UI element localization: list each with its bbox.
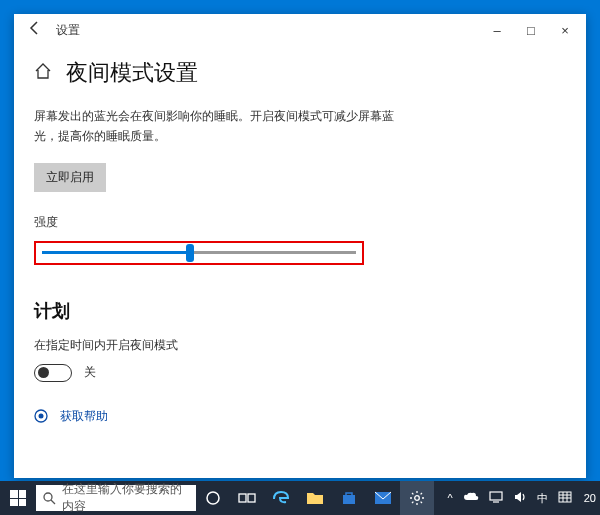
svg-rect-5	[239, 494, 246, 502]
home-icon[interactable]	[34, 62, 52, 84]
toggle-knob	[38, 367, 49, 378]
svg-rect-10	[490, 492, 502, 500]
task-view-icon[interactable]	[230, 481, 264, 515]
intensity-slider[interactable]	[42, 247, 356, 259]
clock[interactable]: 20	[580, 492, 600, 504]
intensity-label: 强度	[34, 214, 566, 231]
taskbar-search[interactable]: 在这里输入你要搜索的内容	[36, 485, 196, 511]
settings-window: 设置 – □ × 夜间模式设置 屏幕发出的蓝光会在夜间影响你的睡眠。开启夜间模式…	[14, 14, 586, 478]
schedule-toggle[interactable]	[34, 364, 72, 382]
file-explorer-icon[interactable]	[298, 481, 332, 515]
svg-rect-6	[248, 494, 255, 502]
get-help-link[interactable]: 获取帮助	[60, 408, 108, 425]
toggle-state-label: 关	[84, 364, 96, 381]
schedule-heading: 计划	[34, 299, 566, 323]
content-area: 夜间模式设置 屏幕发出的蓝光会在夜间影响你的睡眠。开启夜间模式可减少屏幕蓝光，提…	[14, 46, 586, 445]
svg-rect-7	[343, 495, 355, 504]
help-icon	[34, 409, 48, 423]
titlebar: 设置 – □ ×	[14, 14, 586, 46]
slider-thumb[interactable]	[186, 244, 194, 262]
network-icon[interactable]	[489, 490, 503, 506]
settings-taskbar-icon[interactable]	[400, 481, 434, 515]
mail-icon[interactable]	[366, 481, 400, 515]
pinned-apps	[196, 481, 434, 515]
minimize-button[interactable]: –	[480, 16, 514, 44]
edge-icon[interactable]	[264, 481, 298, 515]
window-title: 设置	[56, 22, 80, 39]
windows-logo-icon	[10, 490, 26, 506]
schedule-toggle-row: 关	[34, 364, 566, 382]
description-text: 屏幕发出的蓝光会在夜间影响你的睡眠。开启夜间模式可减少屏幕蓝光，提高你的睡眠质量…	[34, 106, 414, 147]
tray-chevron-up-icon[interactable]: ^	[448, 492, 453, 504]
svg-rect-12	[559, 492, 571, 502]
search-icon	[42, 491, 56, 505]
enable-now-button[interactable]: 立即启用	[34, 163, 106, 192]
store-icon[interactable]	[332, 481, 366, 515]
page-header: 夜间模式设置	[34, 58, 566, 88]
start-button[interactable]	[0, 481, 36, 515]
maximize-button[interactable]: □	[514, 16, 548, 44]
taskbar: 在这里输入你要搜索的内容 ^	[0, 481, 600, 515]
cortana-icon[interactable]	[196, 481, 230, 515]
page-title: 夜间模式设置	[66, 58, 198, 88]
svg-point-9	[415, 496, 420, 501]
ime-keyboard-icon[interactable]	[558, 491, 572, 505]
svg-point-4	[207, 492, 219, 504]
intensity-slider-highlight	[34, 241, 364, 265]
volume-icon[interactable]	[513, 490, 527, 506]
close-button[interactable]: ×	[548, 16, 582, 44]
svg-line-3	[51, 500, 55, 504]
ime-indicator[interactable]: 中	[537, 491, 548, 506]
svg-point-1	[39, 414, 44, 419]
search-placeholder: 在这里输入你要搜索的内容	[62, 481, 190, 515]
svg-point-2	[44, 493, 52, 501]
onedrive-icon[interactable]	[463, 491, 479, 505]
system-tray: ^ 中	[440, 490, 580, 506]
schedule-sub-label: 在指定时间内开启夜间模式	[34, 337, 566, 354]
back-button[interactable]	[24, 20, 46, 40]
help-row: 获取帮助	[34, 408, 566, 425]
